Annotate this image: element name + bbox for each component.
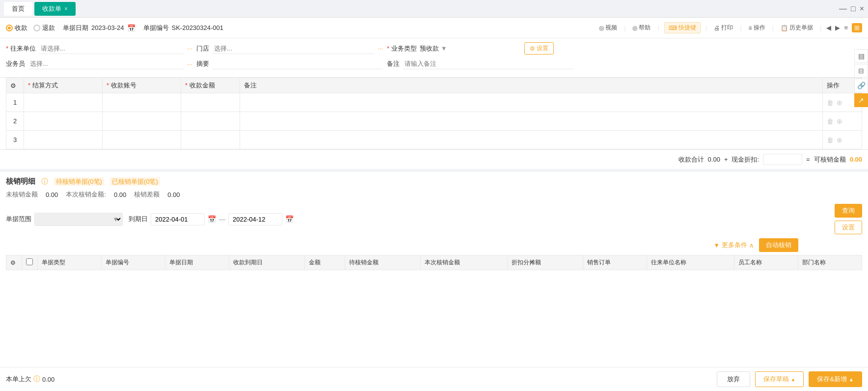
calendar-icon[interactable]: 📅 [127,24,136,32]
store-more-icon[interactable]: ··· [378,45,383,52]
row2-amount[interactable] [181,112,240,131]
query-button[interactable]: 查询 [835,204,862,218]
row3-amount[interactable] [181,131,240,149]
col-account-header: 收款账号 [103,78,181,93]
tab-home[interactable]: 首页 [4,2,32,16]
shortcut-icon: ⌨ [669,25,677,31]
radio-refund[interactable]: 退款 [33,24,55,32]
col-staff-header: 员工名称 [734,255,798,270]
print-btn[interactable]: 🖨 打印 [712,23,735,33]
row1-notes[interactable] [240,93,823,112]
biz-type-dropdown-icon[interactable]: ▼ [441,45,447,52]
row2-copy-icon[interactable]: ⊕ [837,117,842,125]
footer-stat-label: 本单上欠 [6,375,31,384]
row2-notes[interactable] [240,112,823,131]
sidebar-list-icon-btn[interactable]: ⊟ [854,64,868,78]
filter-icon: ▼ [713,242,720,249]
tab-bar-maximize-icon[interactable]: □ [851,4,856,13]
current-verify-value: 0.00 [114,191,126,198]
notes-input[interactable] [403,58,573,69]
counterpart-input[interactable] [39,43,184,54]
save-new-dropdown-icon[interactable]: ▲ [849,377,854,382]
tab-bar: 首页 收款单 × — □ × [0,0,868,18]
discount-input[interactable] [763,154,802,165]
save-draft-button[interactable]: 保存草稿 ▲ [755,371,804,387]
table-row: 3 🗑 ⊕ [6,131,862,149]
auto-verify-button[interactable]: 自动核销 [759,238,798,252]
save-new-button[interactable]: 保存&新增 ▲ [809,371,862,387]
col-discount-header: 折扣分摊额 [508,255,583,270]
row1-account[interactable] [103,93,181,112]
operate-btn[interactable]: ≡ 操作 [747,23,767,33]
store-input[interactable] [212,43,375,54]
row2-settlement[interactable] [24,112,103,131]
tab-bar-close-icon[interactable]: × [860,4,864,13]
form-row-2: 业务员 ··· 摘要 备注 [6,58,862,69]
chevron-up-icon: ∧ [749,242,754,249]
notes-label: 备注 [387,59,400,68]
col-sales-header: 销售订单 [583,255,647,270]
data-table: ⚙ 结算方式 收款账号 收款金额 备注 操作 1 [6,78,862,149]
date-label: 单据日期 [63,24,88,32]
col-amount-header: 收款金额 [181,78,240,93]
help-btn[interactable]: ◎ 帮助 [630,23,652,33]
row1-amount[interactable] [181,93,240,112]
row1-copy-icon[interactable]: ⊕ [837,99,842,107]
counterpart-more-icon[interactable]: ··· [187,45,192,52]
table-section: ⚙ 结算方式 收款账号 收款金额 备注 操作 1 [0,78,868,149]
salesman-input[interactable] [28,58,184,69]
row1-delete-icon[interactable]: 🗑 [827,99,834,107]
form-area: 往来单位 ··· 门店 ··· 业务类型 预收款 ▼ ⚙ 设置 [0,38,868,78]
shortcut-btn[interactable]: ⌨ 快捷键 [664,22,701,33]
row3-notes[interactable] [240,131,823,149]
print-icon: 🖨 [714,25,720,31]
date-start-input[interactable] [151,213,205,225]
history-btn[interactable]: 📋 历史单据 [779,23,815,33]
video-btn[interactable]: ◎ 视频 [597,23,619,33]
verify-info-icon[interactable]: ⓘ [41,177,48,186]
save-draft-dropdown-icon[interactable]: ▲ [791,377,796,382]
verify-stats: 未核销金额 0.00 本次核销金额: 0.00 核销差额 0.00 [6,190,862,199]
footer-info-icon[interactable]: ⓘ [33,375,40,384]
date-start-calendar-icon[interactable]: 📅 [208,215,216,223]
tab-active[interactable]: 收款单 × [34,2,76,16]
pending-tab[interactable]: 待核销单据(0笔) [54,177,104,186]
abandon-button[interactable]: 放弃 [717,371,750,387]
tab-close-icon[interactable]: × [64,2,68,16]
row3-delete-icon[interactable]: 🗑 [827,136,834,144]
row3-account[interactable] [103,131,181,149]
radio-receive[interactable]: 收款 [6,24,27,32]
row3-copy-icon[interactable]: ⊕ [837,136,842,144]
row2-delete-icon[interactable]: 🗑 [827,117,834,125]
help-icon: ◎ [632,25,637,31]
table-gear-header[interactable]: ⚙ [6,78,24,93]
date-end-input[interactable] [228,213,282,225]
row3-no: 3 [6,131,24,149]
row2-account[interactable] [103,112,181,131]
summary-input[interactable] [212,58,383,69]
row3-settlement[interactable] [24,131,103,149]
done-tab[interactable]: 已核销单据(0笔) [110,177,160,186]
col-gear-header[interactable]: ⚙ [6,255,22,270]
date-end-calendar-icon[interactable]: 📅 [285,215,294,223]
filter-row: 单据范围 ▼ 到期日 📅 — 📅 查询 设置 [6,204,862,234]
prev-icon[interactable]: ◀ [826,24,831,31]
settings-icon: ⚙ [530,45,535,52]
sidebar-link-icon-btn[interactable]: 🔗 [854,79,868,92]
radio-receive-label: 收款 [15,24,27,32]
more-filter-btn[interactable]: ▼ 更多条件 ∧ [713,241,754,250]
select-all-checkbox[interactable] [26,258,33,265]
range-select[interactable] [34,213,123,226]
date-value: 2023-03-24 [91,24,124,31]
salesman-more-icon[interactable]: ··· [187,60,192,68]
next-icon[interactable]: ▶ [835,24,840,31]
grid-icon[interactable]: ⊞ [852,23,862,32]
layout-icon[interactable]: ≡ [844,24,848,31]
settings2-button[interactable]: 设置 [835,221,862,234]
tab-bar-minimize-icon[interactable]: — [839,4,847,13]
row1-settlement[interactable] [24,93,103,112]
sidebar-expand-icon-btn[interactable]: ↗ [854,93,868,107]
settings-button[interactable]: ⚙ 设置 [524,42,554,55]
sidebar-table-icon-btn[interactable]: ▤ [854,49,868,63]
col-checkbox-header[interactable] [22,255,38,270]
